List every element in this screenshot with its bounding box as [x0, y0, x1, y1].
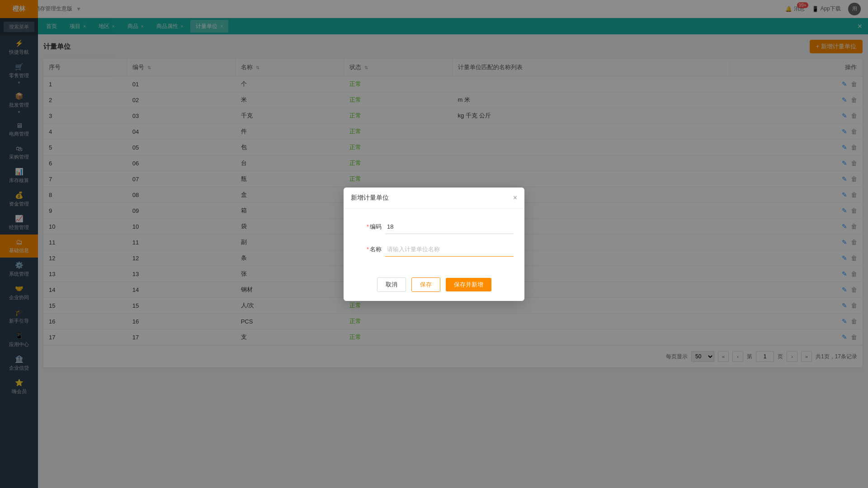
form-row-code: *编码 — [354, 220, 514, 234]
name-input[interactable] — [385, 242, 514, 257]
form-row-name: *名称 — [354, 242, 514, 257]
modal-overlay: 新增计量单位 × *编码 *名称 取消 保存 保存并新增 — [0, 0, 868, 488]
modal-header: 新增计量单位 × — [344, 188, 524, 209]
save-and-new-button[interactable]: 保存并新增 — [446, 278, 491, 291]
modal-body: *编码 *名称 — [344, 209, 524, 272]
code-input[interactable] — [385, 220, 514, 234]
name-required-mark: * — [367, 246, 369, 253]
save-button[interactable]: 保存 — [411, 277, 440, 292]
cancel-button[interactable]: 取消 — [377, 277, 406, 292]
add-unit-modal: 新增计量单位 × *编码 *名称 取消 保存 保存并新增 — [344, 188, 524, 301]
name-field-label: *名称 — [354, 245, 382, 253]
code-required-mark: * — [367, 223, 369, 230]
modal-footer: 取消 保存 保存并新增 — [344, 272, 524, 301]
modal-title: 新增计量单位 — [351, 194, 389, 202]
modal-close-button[interactable]: × — [513, 194, 517, 202]
code-field-label: *编码 — [354, 223, 382, 231]
